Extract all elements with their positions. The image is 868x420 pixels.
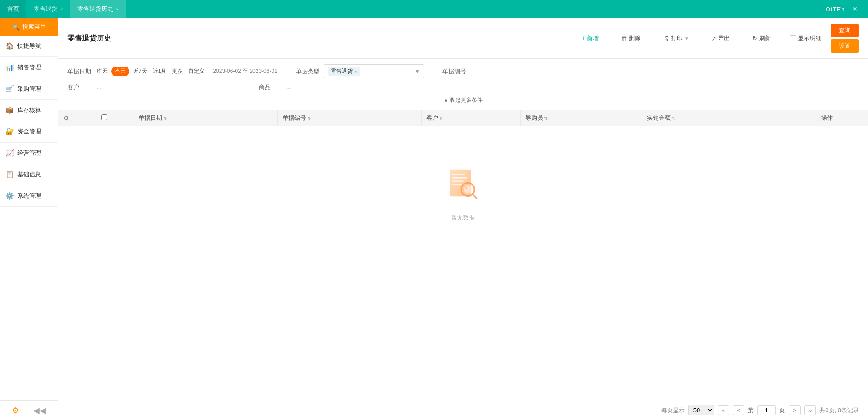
th-guide[interactable]: 导购员 <box>521 110 642 126</box>
table-body: 暂无数据 <box>58 126 868 259</box>
date-btn-more[interactable]: 更多 <box>170 67 185 76</box>
page-size-label: 每页显示 <box>661 406 685 415</box>
tab-retail-return[interactable]: 零售退货 × <box>26 0 70 18</box>
sidebar-search[interactable]: 🔍 搜索菜单 <box>0 18 58 36</box>
sort-customer[interactable]: 客户 <box>426 114 516 122</box>
svg-rect-2 <box>452 177 467 179</box>
sidebar-item-label: 基础信息 <box>17 170 41 179</box>
svg-point-6 <box>464 185 472 194</box>
collapse-btn[interactable]: ∧ 收起更多条件 <box>444 97 483 104</box>
quick-nav-icon: 🏠 <box>5 42 14 50</box>
date-range-display: 2023-06-02 至 2023-06-02 <box>213 67 277 75</box>
tab-home[interactable]: 首页 <box>0 0 26 18</box>
voucher-type-tag-text: 零售退货 <box>331 67 353 75</box>
filter-row-1: 单据日期 昨天 今天 近7天 近1月 更多 自定义 2023-06-02 至 2… <box>67 64 859 78</box>
date-btn-yesterday[interactable]: 昨天 <box>95 67 109 76</box>
customer-input[interactable] <box>97 84 239 91</box>
filter-area: 单据日期 昨天 今天 近7天 近1月 更多 自定义 2023-06-02 至 2… <box>58 59 868 110</box>
th-amount[interactable]: 实销金额 <box>642 110 786 126</box>
refresh-button[interactable]: ↻ 刷新 <box>749 32 775 44</box>
th-customer[interactable]: 客户 <box>422 110 521 126</box>
main-layout: 🔍 搜索菜单 🏠 快捷导航 📊 销售管理 🛒 采购管理 📦 库存核算 🔐 资金管… <box>0 18 868 420</box>
date-btn-last7[interactable]: 近7天 <box>131 67 149 76</box>
date-btn-last1month[interactable]: 近1月 <box>151 67 169 76</box>
divider-3 <box>700 35 700 42</box>
export-button[interactable]: ↗ 导出 <box>708 32 734 44</box>
query-button[interactable]: 查询 <box>831 24 859 37</box>
sidebar-item-system-mgmt[interactable]: ⚙️ 系统管理 <box>0 185 58 207</box>
sidebar-item-purchase-mgmt[interactable]: 🛒 采购管理 <box>0 78 58 100</box>
page-number-input[interactable] <box>757 405 776 415</box>
sort-guide[interactable]: 导购员 <box>525 114 637 122</box>
goods-label: 商品 <box>259 83 284 92</box>
svg-rect-1 <box>452 174 465 175</box>
tab-retail-return-history[interactable]: 零售退货历史 × <box>70 0 126 18</box>
filter-date-buttons: 昨天 今天 近7天 近1月 更多 自定义 <box>95 67 206 76</box>
empty-text: 暂无数据 <box>451 214 475 222</box>
delete-icon: 🗑 <box>621 35 627 42</box>
new-button[interactable]: + 新增 <box>578 32 602 44</box>
table-area: ⚙ 单据日期 单据编号 <box>58 110 868 400</box>
gear-icon[interactable]: ⚙ <box>63 114 69 122</box>
tab-retail-return-history-label: 零售退货历史 <box>77 5 113 13</box>
th-gear[interactable]: ⚙ <box>58 110 75 126</box>
export-icon: ↗ <box>711 35 716 42</box>
th-voucher-no[interactable]: 单据编号 <box>278 110 422 126</box>
print-button[interactable]: 🖨 打印 ▼ <box>659 32 693 44</box>
tab-retail-return-label: 零售退货 <box>34 5 57 13</box>
settings-bottom-icon[interactable]: ⚙ <box>12 405 19 415</box>
settings-button[interactable]: 设置 <box>831 39 859 53</box>
next-page-button[interactable]: > <box>789 405 801 415</box>
goods-input[interactable] <box>286 84 428 91</box>
divider-4 <box>741 35 741 42</box>
page-header: 零售退货历史 + 新增 🗑 删除 🖨 打印 ▼ ↗ 导出 <box>58 18 868 59</box>
customer-label: 客户 <box>67 83 95 92</box>
sidebar-item-inventory-calc[interactable]: 📦 库存核算 <box>0 100 58 121</box>
print-label: 打印 <box>671 34 683 42</box>
basic-info-icon: 📋 <box>5 170 14 179</box>
th-voucher-date[interactable]: 单据日期 <box>134 110 277 126</box>
sidebar-item-quick-nav[interactable]: 🏠 快捷导航 <box>0 36 58 57</box>
voucher-type-input[interactable]: 零售退货 × ▼ <box>324 64 424 78</box>
filter-type-select: 单据类型 零售退货 × ▼ <box>296 64 424 78</box>
sort-voucher-no[interactable]: 单据编号 <box>282 114 417 122</box>
top-bar-right: OfTEn × <box>826 5 868 14</box>
first-page-button[interactable]: « <box>718 405 729 415</box>
th-checkbox[interactable] <box>75 110 134 126</box>
select-all-checkbox[interactable] <box>101 114 107 120</box>
sidebar-bottom: ⚙ ◀◀ <box>0 400 58 420</box>
sort-amount[interactable]: 实销金额 <box>647 114 781 122</box>
volume-bottom-icon[interactable]: ◀◀ <box>33 405 46 415</box>
sort-voucher-date[interactable]: 单据日期 <box>139 114 273 122</box>
divider-1 <box>610 35 610 42</box>
page-title: 零售退货历史 <box>67 34 111 49</box>
content-area: 零售退货历史 + 新增 🗑 删除 🖨 打印 ▼ ↗ 导出 <box>58 18 868 420</box>
sidebar-item-sales-mgmt[interactable]: 📊 销售管理 <box>0 57 58 78</box>
delete-label: 删除 <box>629 34 641 42</box>
sales-mgmt-icon: 📊 <box>5 63 14 72</box>
close-retail-return-tab-icon[interactable]: × <box>60 6 63 12</box>
date-btn-today[interactable]: 今天 <box>111 67 129 76</box>
empty-icon-wrapper <box>440 163 486 208</box>
voucher-type-arrow-icon: ▼ <box>415 68 420 75</box>
voucher-no-input[interactable] <box>468 68 559 75</box>
close-retail-return-history-tab-icon[interactable]: × <box>116 6 118 12</box>
show-detail-toggle[interactable]: 显示明细 <box>790 34 822 42</box>
sidebar-item-operations-mgmt[interactable]: 📈 经营管理 <box>0 143 58 164</box>
collapse-up-icon: ∧ <box>444 97 448 104</box>
window-close-icon[interactable]: × <box>848 5 861 14</box>
sidebar-item-finance-mgmt[interactable]: 🔐 资金管理 <box>0 121 58 143</box>
show-detail-checkbox[interactable] <box>790 35 796 41</box>
voucher-type-tag-close-icon[interactable]: × <box>354 69 357 74</box>
sidebar-item-basic-info[interactable]: 📋 基础信息 <box>0 164 58 185</box>
sidebar-item-label: 采购管理 <box>17 85 41 93</box>
inventory-calc-icon: 📦 <box>5 106 14 114</box>
date-btn-custom[interactable]: 自定义 <box>186 67 206 76</box>
total-info: 共0页, 0条记录 <box>819 406 859 415</box>
delete-button[interactable]: 🗑 删除 <box>617 32 644 44</box>
svg-point-8 <box>465 187 467 189</box>
page-size-select[interactable]: 20 50 100 <box>688 405 714 415</box>
prev-page-button[interactable]: < <box>733 405 745 415</box>
customer-input-wrapper <box>95 83 241 92</box>
last-page-button[interactable]: » <box>804 405 816 415</box>
